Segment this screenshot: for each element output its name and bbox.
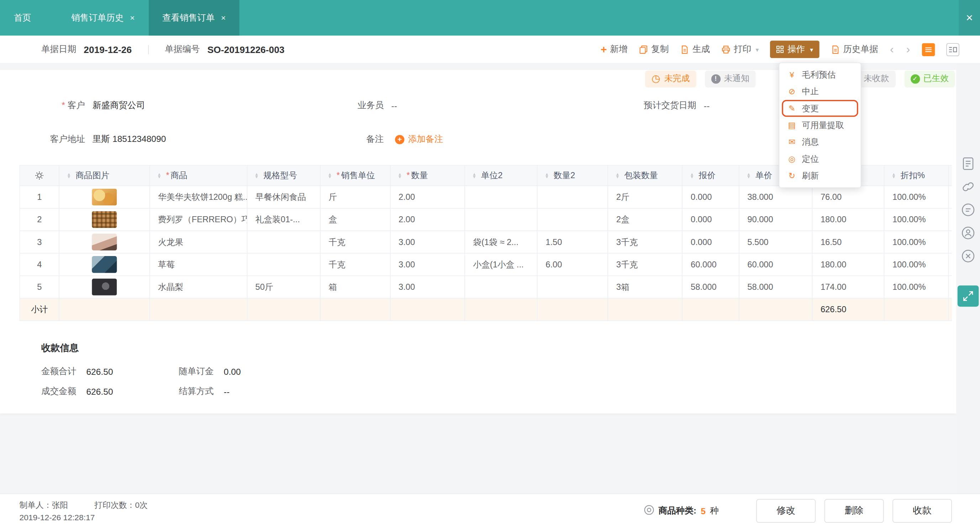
- generate-label: 生成: [692, 44, 710, 55]
- cell-discount: 100.00%: [884, 231, 948, 253]
- sort-icon[interactable]: [473, 173, 476, 179]
- column-header[interactable]: 数量: [390, 165, 465, 186]
- menu-item[interactable]: 定位: [779, 151, 861, 167]
- column-header[interactable]: 包装数量: [608, 165, 682, 186]
- column-header[interactable]: 折扣%: [884, 165, 948, 186]
- column-header[interactable]: 单位2: [465, 165, 537, 186]
- cell-gift: [948, 276, 952, 298]
- footer-actions: 修改 删除 收款: [756, 498, 952, 522]
- nav-tab[interactable]: 首页: [0, 0, 45, 36]
- cell-qty: 3.00: [390, 231, 465, 253]
- plus-circle-icon: [395, 135, 404, 144]
- add-remark-button[interactable]: 添加备注: [391, 133, 447, 146]
- operate-label: 操作: [788, 44, 805, 55]
- cell-row-number: 5: [19, 276, 59, 298]
- list-view-toggle[interactable]: [922, 43, 935, 56]
- expand-icon[interactable]: [958, 286, 979, 307]
- deal-amount-value: 626.50: [86, 387, 113, 397]
- nav-tab[interactable]: 查看销售订单: [148, 0, 240, 36]
- menu-item[interactable]: 变更: [782, 100, 858, 117]
- sort-icon[interactable]: [691, 173, 693, 179]
- kinds-value: 5: [701, 506, 706, 516]
- column-header[interactable]: 规格型号: [247, 165, 320, 186]
- footer-action-button[interactable]: 修改: [756, 498, 816, 522]
- menu-item[interactable]: 消息: [779, 134, 861, 151]
- cell-qty: 2.00: [390, 186, 465, 208]
- column-header-label: 商品图片: [75, 170, 109, 179]
- column-header[interactable]: 报价: [682, 165, 739, 186]
- prev-doc-icon[interactable]: [889, 44, 894, 55]
- cell-pack-qty: 2斤: [608, 186, 682, 208]
- generate-button[interactable]: 生成: [680, 44, 710, 55]
- sort-icon[interactable]: [546, 173, 548, 179]
- created-timestamp: 2019-12-26 12:28:17: [19, 513, 147, 522]
- print-button[interactable]: 打印: [721, 44, 759, 55]
- cell-unit: 盒: [320, 208, 390, 231]
- sort-icon[interactable]: [399, 173, 401, 179]
- copy-button[interactable]: 复制: [639, 44, 669, 55]
- sort-icon[interactable]: [328, 173, 331, 179]
- column-header[interactable]: 数量2: [537, 165, 608, 186]
- sort-icon[interactable]: [68, 173, 70, 179]
- cell-qty2: [537, 186, 608, 208]
- deposit-value: 0.00: [224, 367, 241, 376]
- cell-product-image: [59, 186, 150, 208]
- operate-button[interactable]: 操作: [770, 41, 819, 58]
- menu-item[interactable]: 毛利预估: [779, 66, 861, 83]
- print-icon: [721, 45, 730, 54]
- address-value: 里斯 18512348090: [92, 134, 166, 145]
- badge-label: 未完成: [664, 73, 690, 84]
- status-badge: 未通知: [705, 70, 756, 87]
- link-icon[interactable]: [961, 179, 976, 194]
- column-header-label: 销售单位: [337, 170, 375, 179]
- cell-quote: 0.000: [682, 231, 739, 253]
- cell-discount: 100.00%: [884, 253, 948, 276]
- subtotal-label: 小计: [19, 298, 59, 321]
- cell-quote: 0.000: [682, 208, 739, 231]
- tab-close-icon[interactable]: [130, 14, 135, 22]
- close-circle-icon[interactable]: [961, 249, 976, 264]
- menu-item[interactable]: 刷新: [779, 167, 861, 184]
- column-header[interactable]: 销售单位: [320, 165, 390, 186]
- footer-action-button[interactable]: 收款: [892, 498, 952, 522]
- product-image: [92, 278, 117, 295]
- sort-icon[interactable]: [616, 173, 619, 179]
- history-button[interactable]: 历史单据: [830, 44, 878, 55]
- column-header[interactable]: 赠: [948, 165, 952, 186]
- column-header[interactable]: 商品图片: [59, 165, 150, 186]
- product-image: [92, 189, 117, 205]
- nav-tab[interactable]: 销售订单历史: [58, 0, 149, 36]
- cell-unit2: [465, 208, 537, 231]
- note-icon[interactable]: [961, 156, 976, 171]
- product-image: [92, 233, 117, 250]
- grid-icon: [776, 46, 784, 53]
- topbar-close-button[interactable]: [959, 0, 980, 36]
- cell-quote: 0.000: [682, 186, 739, 208]
- operate-dropdown-menu: 毛利预估 中止 变更 可用量提取 消息: [779, 63, 861, 188]
- sort-icon[interactable]: [256, 173, 258, 179]
- column-header-label: 包装数量: [624, 170, 658, 179]
- column-header[interactable]: 商品: [150, 165, 247, 186]
- sort-icon[interactable]: [892, 173, 895, 179]
- badge-icon: [711, 74, 720, 83]
- tab-close-icon[interactable]: [221, 14, 226, 22]
- list-circle-icon[interactable]: [961, 202, 976, 217]
- footer-action-button[interactable]: 删除: [824, 498, 884, 522]
- document-meta: 单据日期 2019-12-26 单据编号 SO-20191226-003: [41, 44, 285, 55]
- menu-item[interactable]: 中止: [779, 83, 861, 100]
- footer-bar: 制单人： 张阳 打印次数： 0次 2019-12-26 12:28:17 商品种…: [0, 494, 980, 527]
- next-doc-icon[interactable]: [906, 44, 911, 55]
- column-settings-gear-icon[interactable]: [19, 165, 59, 186]
- user-circle-icon[interactable]: [961, 225, 976, 240]
- sort-icon[interactable]: [747, 173, 750, 179]
- detail-view-toggle[interactable]: [946, 43, 959, 56]
- menu-item[interactable]: 可用量提取: [779, 117, 861, 133]
- sort-icon[interactable]: [158, 173, 161, 179]
- cell-qty2: 1.50: [537, 231, 608, 253]
- settlement-label: 结算方式: [179, 386, 213, 397]
- delivery-date-label: 预计交货日期: [635, 100, 697, 111]
- cell-product-image: [59, 253, 150, 276]
- add-button[interactable]: 新增: [601, 44, 627, 55]
- payment-row-2: 成交金额 626.50 结算方式 --: [0, 381, 956, 402]
- deposit-label: 随单订金: [179, 366, 213, 377]
